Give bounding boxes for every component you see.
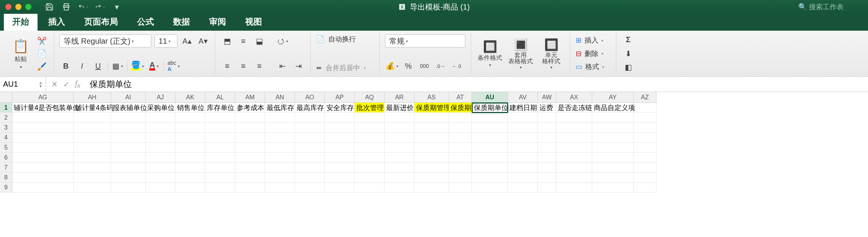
save-icon[interactable] bbox=[44, 2, 54, 12]
cell-AQ1[interactable]: 批次管理 bbox=[355, 103, 385, 113]
cell-AL5[interactable] bbox=[205, 143, 235, 153]
cell-AV3[interactable] bbox=[508, 123, 538, 133]
cell-AU5[interactable] bbox=[472, 143, 508, 153]
clear-button[interactable]: ◧ bbox=[622, 62, 635, 72]
minimize-window-button[interactable] bbox=[15, 4, 21, 10]
cell-AL7[interactable] bbox=[205, 163, 235, 173]
merge-center-button[interactable]: 合并后居中 bbox=[326, 63, 360, 72]
cell-AU6[interactable] bbox=[472, 153, 508, 163]
cell-AZ4[interactable] bbox=[634, 133, 657, 143]
close-window-button[interactable] bbox=[5, 4, 11, 10]
print-icon[interactable] bbox=[61, 2, 71, 12]
cell-AK5[interactable] bbox=[175, 143, 205, 153]
cell-AH7[interactable] bbox=[74, 163, 111, 173]
row-header-1[interactable]: 1 bbox=[0, 103, 12, 113]
percent-button[interactable]: % bbox=[402, 59, 415, 72]
cell-AG5[interactable] bbox=[12, 143, 74, 153]
col-header-AQ[interactable]: AQ bbox=[355, 92, 385, 103]
tab-formulas[interactable]: 公式 bbox=[129, 12, 162, 31]
cell-AX7[interactable] bbox=[556, 163, 592, 173]
fill-color-button[interactable]: 🪣 bbox=[131, 59, 144, 72]
cell-AZ9[interactable] bbox=[634, 183, 657, 193]
cell-AW7[interactable] bbox=[538, 163, 556, 173]
col-header-AJ[interactable]: AJ bbox=[146, 92, 175, 103]
cell-AU2[interactable] bbox=[472, 113, 508, 123]
row-header-2[interactable]: 2 bbox=[0, 113, 12, 123]
bold-button[interactable]: B bbox=[59, 59, 72, 72]
cell-AW9[interactable] bbox=[538, 183, 556, 193]
cell-AW1[interactable]: 运费 bbox=[538, 103, 556, 113]
tab-data[interactable]: 数据 bbox=[165, 12, 198, 31]
cell-AQ8[interactable] bbox=[355, 173, 385, 183]
cell-AM8[interactable] bbox=[235, 173, 265, 183]
cell-AV5[interactable] bbox=[508, 143, 538, 153]
cell-AU9[interactable] bbox=[472, 183, 508, 193]
cell-AJ4[interactable] bbox=[146, 133, 175, 143]
cell-AJ1[interactable]: 采购单位 bbox=[146, 103, 175, 113]
cell-AW3[interactable] bbox=[538, 123, 556, 133]
col-header-AO[interactable]: AO bbox=[295, 92, 325, 103]
cell-AY8[interactable] bbox=[592, 173, 634, 183]
align-center-button[interactable]: ≡ bbox=[237, 59, 250, 72]
col-header-AK[interactable]: AK bbox=[175, 92, 205, 103]
cell-AN4[interactable] bbox=[265, 133, 295, 143]
cell-AS1[interactable]: 保质期管理 bbox=[414, 103, 449, 113]
col-header-AS[interactable]: AS bbox=[414, 92, 449, 103]
font-size-select[interactable]: 11 bbox=[154, 35, 177, 48]
italic-button[interactable]: I bbox=[75, 59, 88, 72]
cell-AG9[interactable] bbox=[12, 183, 74, 193]
cell-AZ8[interactable] bbox=[634, 173, 657, 183]
cell-AK6[interactable] bbox=[175, 153, 205, 163]
cell-AQ7[interactable] bbox=[355, 163, 385, 173]
cell-AU4[interactable] bbox=[472, 133, 508, 143]
col-header-AX[interactable]: AX bbox=[556, 92, 592, 103]
cell-AQ5[interactable] bbox=[355, 143, 385, 153]
tab-insert[interactable]: 插入 bbox=[40, 12, 74, 31]
cell-AK7[interactable] bbox=[175, 163, 205, 173]
sheet-search[interactable]: 🔍 bbox=[793, 3, 868, 11]
cell-AW6[interactable] bbox=[538, 153, 556, 163]
conditional-formatting-button[interactable]: 🔲 条件格式 ▾ bbox=[477, 35, 503, 72]
increase-indent-button[interactable]: ⇥ bbox=[292, 59, 305, 72]
cell-AR6[interactable] bbox=[385, 153, 414, 163]
cell-AV6[interactable] bbox=[508, 153, 538, 163]
search-input[interactable] bbox=[809, 3, 863, 11]
cell-AO9[interactable] bbox=[295, 183, 325, 193]
cell-AS9[interactable] bbox=[414, 183, 449, 193]
tab-page-layout[interactable]: 页面布局 bbox=[76, 12, 126, 31]
cell-AY2[interactable] bbox=[592, 113, 634, 123]
cell-AS3[interactable] bbox=[414, 123, 449, 133]
cell-AN3[interactable] bbox=[265, 123, 295, 133]
cell-AH9[interactable] bbox=[74, 183, 111, 193]
wrap-text-button[interactable]: 自动换行 bbox=[328, 35, 356, 44]
cell-AM9[interactable] bbox=[235, 183, 265, 193]
cell-AX4[interactable] bbox=[556, 133, 592, 143]
fill-button[interactable]: ⬇ bbox=[622, 48, 635, 59]
cell-AG1[interactable]: 辅计量4是否包装单位 bbox=[12, 103, 74, 113]
cell-AL3[interactable] bbox=[205, 123, 235, 133]
row-header-5[interactable]: 5 bbox=[0, 143, 12, 153]
cell-AP9[interactable] bbox=[325, 183, 355, 193]
cell-AX9[interactable] bbox=[556, 183, 592, 193]
cell-AX5[interactable] bbox=[556, 143, 592, 153]
cell-AH1[interactable]: 辅计量4条码 bbox=[74, 103, 111, 113]
cell-AV2[interactable] bbox=[508, 113, 538, 123]
align-right-button[interactable]: ≡ bbox=[253, 59, 266, 72]
cell-AM6[interactable] bbox=[235, 153, 265, 163]
cell-AI6[interactable] bbox=[111, 153, 146, 163]
cells-area[interactable]: 辅计量4是否包装单位辅计量4条码报表辅单位采购单位销售单位库存单位参考成本最低库… bbox=[12, 103, 657, 193]
cell-AX8[interactable] bbox=[556, 173, 592, 183]
row-header-3[interactable]: 3 bbox=[0, 123, 12, 133]
cell-AO5[interactable] bbox=[295, 143, 325, 153]
cell-AP1[interactable]: 安全库存 bbox=[325, 103, 355, 113]
cell-AZ3[interactable] bbox=[634, 123, 657, 133]
cell-AU7[interactable] bbox=[472, 163, 508, 173]
zoom-window-button[interactable] bbox=[25, 4, 31, 10]
redo-button[interactable] bbox=[95, 2, 105, 12]
tab-view[interactable]: 视图 bbox=[237, 12, 270, 31]
cell-AJ6[interactable] bbox=[146, 153, 175, 163]
cell-AP3[interactable] bbox=[325, 123, 355, 133]
cell-AL4[interactable] bbox=[205, 133, 235, 143]
col-header-AN[interactable]: AN bbox=[265, 92, 295, 103]
qat-customize-icon[interactable]: ▾ bbox=[112, 2, 122, 12]
